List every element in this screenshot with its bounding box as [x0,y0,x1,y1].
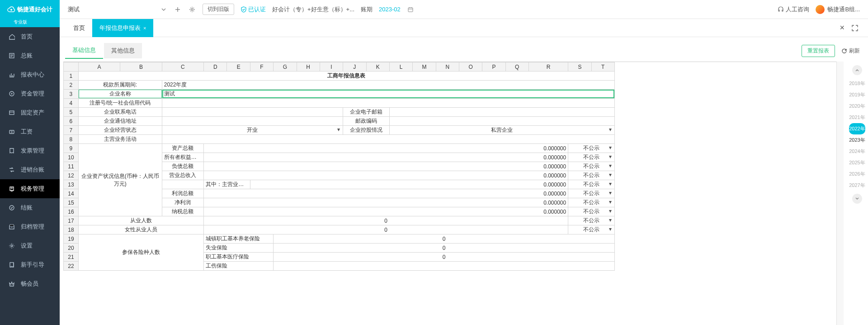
refresh-button[interactable]: 刷新 [841,47,860,55]
publicity-select[interactable]: 不公示 [568,189,615,198]
metric-value[interactable]: 0.000000 [204,153,568,162]
metric-value[interactable]: 0.000000 [204,162,568,171]
metric-value[interactable]: 0.000000 [204,144,568,153]
year-option[interactable]: 2027年 [849,180,865,191]
employees-value[interactable]: 0 [204,216,568,225]
row-header[interactable]: 4 [64,99,79,108]
period-value[interactable]: 2022年度 [162,81,614,90]
sidebar-item-archive[interactable]: 归档管理 [0,217,60,236]
metric-value[interactable]: 0.000000 [204,189,568,198]
row-header[interactable]: 10 [64,153,79,162]
row-header[interactable]: 22 [64,262,79,271]
column-header[interactable] [64,62,79,72]
column-header[interactable]: L [389,62,412,72]
row-header[interactable]: 13 [64,180,79,189]
year-option[interactable]: 2018年 [849,78,865,89]
publicity-select[interactable]: 不公示 [568,171,615,180]
user-menu[interactable]: 畅捷通B组... [816,5,860,14]
publicity-select[interactable]: 不公示 [568,180,615,189]
publicity-select[interactable]: 不公示 [568,153,615,162]
row-header[interactable]: 15 [64,198,79,207]
row-header[interactable]: 19 [64,234,79,244]
switch-old-button[interactable]: 切到旧版 [203,4,234,15]
subtab-other[interactable]: 其他信息 [104,43,142,58]
column-header[interactable]: G [274,62,297,72]
publicity-select[interactable]: 不公示 [568,207,615,216]
sidebar-item-settings[interactable]: 设置 [0,236,60,255]
column-header[interactable]: Q [505,62,528,72]
column-header[interactable]: S [568,62,591,72]
column-header[interactable]: E [227,62,250,72]
column-header[interactable]: N [436,62,459,72]
insurance-value[interactable]: 0 [274,234,615,244]
org-selector[interactable]: 测试 [68,5,154,14]
row-header[interactable]: 18 [64,225,79,234]
reset-report-button[interactable]: 重置报表 [802,45,835,57]
insurance-value[interactable]: 0 [274,244,615,253]
row-header[interactable]: 3 [64,90,79,99]
year-option[interactable]: 2019年 [849,89,865,100]
sidebar-item-inout[interactable]: 进销台账 [0,160,60,179]
publicity-select[interactable]: 不公示 [568,144,615,153]
column-header[interactable]: H [297,62,320,72]
sidebar-item-tax[interactable]: 税务管理 [0,179,60,198]
row-header[interactable]: 17 [64,216,79,225]
year-option[interactable]: 2021年 [849,112,865,123]
column-header[interactable]: K [366,62,389,72]
column-header[interactable]: P [482,62,505,72]
year-option[interactable]: 2020年 [849,100,865,112]
row-header[interactable]: 9 [64,144,79,153]
tab-home[interactable]: 首页 [66,19,92,37]
publicity-select[interactable]: 不公示 [568,225,615,234]
tab-annual-report[interactable]: 年报信息申报表 × [92,19,153,37]
publicity-select[interactable]: 不公示 [568,198,615,207]
column-header[interactable]: C [162,62,203,72]
column-header[interactable]: O [459,62,482,72]
sidebar-item-chart[interactable]: 报表中心 [0,65,60,84]
company-name-input[interactable]: 测试 [162,90,614,99]
row-header[interactable]: 16 [64,207,79,216]
main-biz-input[interactable] [162,135,614,144]
column-header[interactable]: R [528,62,568,72]
insurance-value[interactable]: 0 [274,253,615,262]
spreadsheet[interactable]: ABCDEFGHIJKLMNOPQRST 1工商年报信息表2税款所属期间:202… [63,62,836,325]
column-header[interactable]: D [204,62,227,72]
column-header[interactable]: T [591,62,614,72]
chevron-down-icon[interactable] [160,7,167,12]
fullscreen-icon[interactable] [848,25,862,31]
support-link[interactable]: 人工咨询 [778,5,809,14]
sidebar-item-vip[interactable]: 畅会员 [0,274,60,293]
sidebar-item-ledger[interactable]: 总账 [0,46,60,65]
column-header[interactable]: J [343,62,366,72]
metric-value[interactable]: 0.000000 [204,198,568,207]
close-all-tabs-button[interactable]: × [836,23,848,33]
row-header[interactable]: 7 [64,126,79,135]
period-value[interactable]: 2023-02 [379,6,401,13]
year-down-button[interactable] [852,194,862,204]
year-option[interactable]: 2025年 [849,157,865,168]
row-header[interactable]: 2 [64,81,79,90]
metric-value[interactable]: 0.000000 [250,180,568,189]
row-header[interactable]: 6 [64,117,79,126]
row-header[interactable]: 5 [64,108,79,117]
gear-icon[interactable] [188,6,196,13]
holding-select[interactable]: 私营企业 [389,126,614,135]
sidebar-item-home[interactable]: 首页 [0,27,60,46]
column-header[interactable]: M [413,62,436,72]
row-header[interactable]: 20 [64,244,79,253]
sidebar-item-asset[interactable]: 固定资产 [0,103,60,122]
email-input[interactable] [389,108,614,117]
address-input[interactable] [162,117,343,126]
column-header[interactable]: I [320,62,343,72]
calendar-icon[interactable] [407,7,414,12]
row-header[interactable]: 14 [64,189,79,198]
publicity-select[interactable]: 不公示 [568,162,615,171]
row-header[interactable]: 21 [64,253,79,262]
add-org-icon[interactable] [174,6,182,13]
phone-input[interactable] [162,108,343,117]
row-header[interactable]: 1 [64,72,79,81]
female-value[interactable]: 0 [204,225,568,234]
vertical-scrollbar[interactable] [836,62,844,325]
year-option[interactable]: 2026年 [849,168,865,180]
sidebar-item-close-period[interactable]: 结账 [0,198,60,217]
